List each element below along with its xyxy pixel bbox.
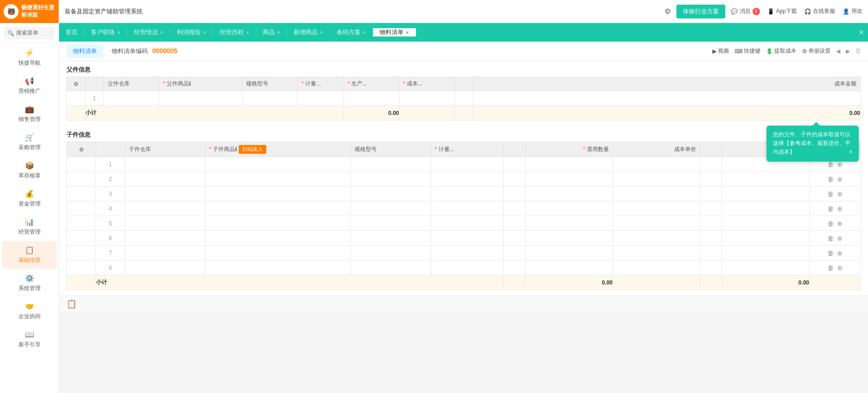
sidebar-item-system[interactable]: ⚙️系统管理 bbox=[2, 269, 57, 297]
sidebar-item-operations[interactable]: 📊经营管理 bbox=[2, 213, 57, 241]
child-warehouse-input-3[interactable] bbox=[125, 187, 205, 201]
child-spec-input-5[interactable] bbox=[351, 216, 430, 230]
nav-tab-customer[interactable]: 客户联络✕ bbox=[84, 28, 127, 36]
child-col-settings[interactable]: ⚙ bbox=[67, 142, 96, 157]
delete-btn-2[interactable]: 🗑 bbox=[826, 175, 835, 184]
child-qty-input-4[interactable] bbox=[526, 201, 613, 216]
child-goods-input-4[interactable] bbox=[205, 201, 350, 216]
child-goods-input-7[interactable] bbox=[205, 246, 350, 260]
copy-btn-7[interactable]: ⊕ bbox=[836, 248, 844, 258]
copy-btn-3[interactable]: ⊕ bbox=[836, 189, 844, 199]
child-unit-cost-input-1[interactable] bbox=[613, 157, 700, 171]
child-spec-input-2[interactable] bbox=[351, 172, 430, 186]
child-unit-input-3[interactable] bbox=[431, 187, 504, 201]
sub-tab-bom-code[interactable]: 物料清单编码 0000005 bbox=[105, 44, 184, 58]
child-warehouse-input-2[interactable] bbox=[125, 172, 205, 186]
tab-close-icon[interactable]: ✕ bbox=[362, 30, 366, 35]
delete-btn-5[interactable]: 🗑 bbox=[826, 219, 835, 228]
nav-tab-home[interactable]: 首页 bbox=[59, 28, 84, 36]
parent-unit-input[interactable] bbox=[298, 91, 344, 105]
parent-producer-input[interactable] bbox=[344, 91, 399, 105]
child-unit-cost-input-4[interactable] bbox=[613, 201, 700, 216]
nav-tab-history[interactable]: 经营历程✕ bbox=[213, 28, 256, 36]
child-unit-cost-input-5[interactable] bbox=[613, 216, 700, 230]
video-btn[interactable]: ▶ 视频 bbox=[712, 47, 729, 55]
single-settings-btn[interactable]: ⚙ 单据设置 bbox=[802, 47, 831, 55]
nav-prev-icon[interactable]: ◀ bbox=[836, 48, 840, 54]
child-unit-cost-input-6[interactable] bbox=[613, 231, 700, 245]
close-all-icon[interactable]: ✕ bbox=[855, 29, 868, 36]
child-unit-cost-input-7[interactable] bbox=[613, 246, 700, 260]
child-unit-input-1[interactable] bbox=[431, 157, 504, 171]
copy-btn-4[interactable]: ⊕ bbox=[836, 204, 844, 213]
sidebar-item-cooperation[interactable]: 🤝企业协同 bbox=[2, 297, 57, 325]
sidebar-item-marketing[interactable]: 📢营销推广 bbox=[2, 72, 57, 100]
parent-spec-input[interactable] bbox=[242, 91, 297, 105]
child-warehouse-input-7[interactable] bbox=[125, 246, 205, 260]
nav-tab-goods[interactable]: 商品✕ bbox=[256, 28, 287, 36]
child-qty-input-8[interactable] bbox=[526, 260, 613, 275]
child-spec-input-4[interactable] bbox=[351, 201, 430, 216]
child-goods-input-6[interactable] bbox=[205, 231, 350, 245]
app-download-btn[interactable]: 📱 App下载 bbox=[767, 7, 797, 15]
child-spec-input-1[interactable] bbox=[351, 157, 430, 171]
child-spec-input-3[interactable] bbox=[351, 187, 430, 201]
child-unit-input-8[interactable] bbox=[431, 260, 504, 275]
child-goods-input-2[interactable] bbox=[205, 172, 350, 186]
child-warehouse-input-8[interactable] bbox=[125, 260, 205, 275]
child-unit-input-2[interactable] bbox=[431, 172, 504, 186]
child-goods-input-1[interactable] bbox=[205, 157, 350, 171]
tab-close-icon[interactable]: ✕ bbox=[319, 30, 323, 35]
extract-cost-btn[interactable]: 💲 提取成本 bbox=[766, 47, 796, 55]
tooltip-close-btn[interactable]: × bbox=[849, 148, 852, 157]
delete-btn-4[interactable]: 🗑 bbox=[826, 204, 835, 213]
copy-btn-6[interactable]: ⊕ bbox=[836, 234, 844, 243]
child-unit-cost-input-3[interactable] bbox=[613, 187, 700, 201]
child-goods-input-3[interactable] bbox=[205, 187, 350, 201]
child-qty-input-3[interactable] bbox=[526, 187, 613, 201]
sidebar-item-sales[interactable]: 💼销售管理 bbox=[2, 100, 57, 128]
parent-goods-input[interactable] bbox=[159, 91, 242, 105]
tab-close-icon[interactable]: ✕ bbox=[277, 30, 280, 35]
delete-btn-3[interactable]: 🗑 bbox=[826, 189, 835, 199]
parent-col-settings[interactable]: ⚙ bbox=[67, 77, 85, 91]
sidebar-item-finance[interactable]: 💰资金管理 bbox=[2, 185, 57, 212]
child-goods-input-8[interactable] bbox=[205, 260, 350, 275]
delete-btn-8[interactable]: 🗑 bbox=[826, 263, 835, 272]
sidebar-item-guide[interactable]: 📖新手引导 bbox=[2, 326, 57, 353]
tab-close-icon[interactable]: ✕ bbox=[117, 30, 121, 35]
nav-tab-profit[interactable]: 利润报告✕ bbox=[170, 28, 213, 36]
nav-tab-new-goods[interactable]: 新增商品✕ bbox=[287, 28, 330, 36]
tab-close-icon[interactable]: ✕ bbox=[405, 30, 409, 35]
tab-close-icon[interactable]: ✕ bbox=[246, 30, 249, 35]
nav-tab-bom[interactable]: 物料清单✕ bbox=[373, 28, 416, 36]
nav-next-icon[interactable]: ▶ bbox=[846, 48, 850, 54]
user-btn[interactable]: 👤 用友 bbox=[843, 7, 862, 15]
scan-btn[interactable]: 扫码录入 bbox=[239, 145, 266, 154]
sidebar-item-purchase[interactable]: 🛒采购管理 bbox=[2, 128, 57, 156]
parent-cost-input[interactable] bbox=[399, 91, 454, 105]
shortcut-btn[interactable]: ⌨ 快捷键 bbox=[735, 47, 760, 55]
sidebar-item-inventory[interactable]: 📦库存核算 bbox=[2, 157, 57, 184]
child-warehouse-input-6[interactable] bbox=[125, 231, 205, 245]
child-warehouse-input-5[interactable] bbox=[125, 216, 205, 230]
copy-btn-5[interactable]: ⊕ bbox=[836, 219, 844, 228]
sidebar-item-quick-nav[interactable]: ⚡快捷导航 bbox=[2, 44, 57, 72]
child-unit-input-7[interactable] bbox=[431, 246, 504, 260]
tab-close-icon[interactable]: ✕ bbox=[160, 30, 163, 35]
gear-icon[interactable]: ⚙ bbox=[664, 7, 671, 16]
child-unit-cost-input-8[interactable] bbox=[613, 260, 700, 275]
message-btn[interactable]: 💬 消息 6 bbox=[731, 7, 760, 15]
child-spec-input-8[interactable] bbox=[351, 260, 430, 275]
sidebar-item-basic-info[interactable]: 📋基础信息 bbox=[2, 241, 57, 269]
delete-btn-6[interactable]: 🗑 bbox=[826, 234, 835, 243]
child-unit-input-6[interactable] bbox=[431, 231, 504, 245]
tab-close-icon[interactable]: ✕ bbox=[203, 30, 206, 35]
child-qty-input-1[interactable] bbox=[526, 157, 613, 171]
child-unit-input-4[interactable] bbox=[431, 201, 504, 216]
child-unit-cost-input-2[interactable] bbox=[613, 172, 700, 186]
nav-tab-operations[interactable]: 经营情况✕ bbox=[127, 28, 170, 36]
sub-tab-bom-list[interactable]: 物料清单 bbox=[66, 44, 103, 58]
child-goods-input-5[interactable] bbox=[205, 216, 350, 230]
child-qty-input-7[interactable] bbox=[526, 246, 613, 260]
